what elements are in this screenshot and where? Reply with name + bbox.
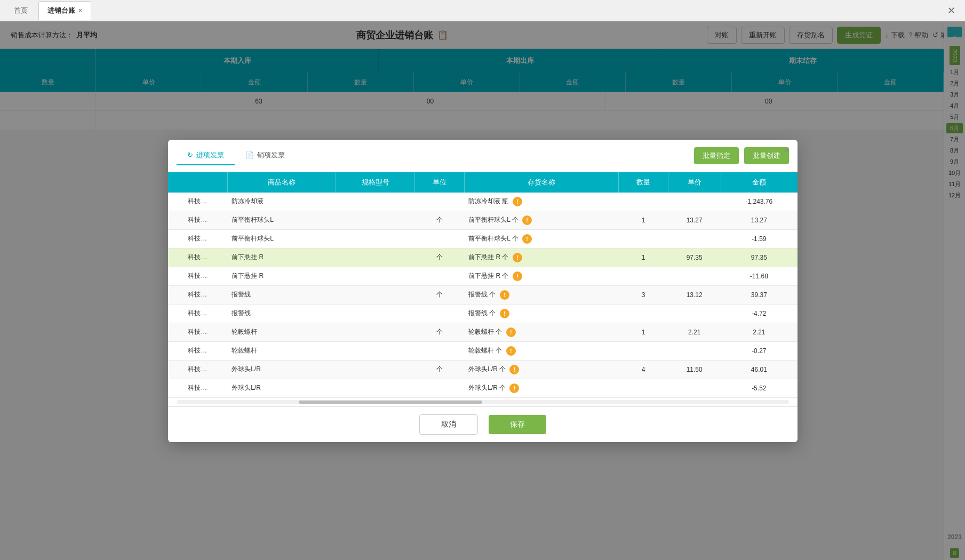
table-row: 科技… 报警线 报警线 个 ! -4.72 xyxy=(168,304,797,323)
cell-product-name: 防冻冷却液 xyxy=(227,193,336,211)
cell-company: 科技… xyxy=(168,267,228,285)
cell-spec xyxy=(336,379,415,397)
cell-qty xyxy=(619,379,668,397)
cell-product-name: 轮毂螺杆 xyxy=(227,341,336,360)
cell-unit-price xyxy=(668,304,721,323)
cell-company: 科技… xyxy=(168,193,228,211)
cell-unit-price xyxy=(668,193,721,211)
cell-unit-price: 2.21 xyxy=(668,323,721,341)
cell-unit xyxy=(415,304,464,323)
warning-icon: ! xyxy=(522,234,532,244)
cell-spec xyxy=(336,211,415,229)
cell-amount: -1.59 xyxy=(721,229,797,248)
cell-inventory-name: 轮毂螺杆 个 ! xyxy=(464,341,619,360)
cell-inventory-name: 外球头L/R 个 ! xyxy=(464,360,619,379)
cell-spec xyxy=(336,304,415,323)
cell-inventory-name: 前下悬挂 R 个 ! xyxy=(464,267,619,285)
dialog-overlay: ↻ 进项发票 📄 销项发票 批量指定 批量创建 × xyxy=(0,21,965,560)
cell-inventory-name: 前平衡杆球头L 个 ! xyxy=(464,211,619,229)
cell-unit: 个 xyxy=(415,248,464,267)
cell-amount: 39.37 xyxy=(721,285,797,304)
cell-company: 科技… xyxy=(168,211,228,229)
cell-product-name: 报警线 xyxy=(227,304,336,323)
tab-close-icon[interactable]: × xyxy=(78,7,82,14)
cell-spec xyxy=(336,267,415,285)
batch-assign-button[interactable]: 批量指定 xyxy=(694,147,739,164)
table-row: 科技… 防冻冷却液 防冻冷却液 瓶 ! -1,243.76 xyxy=(168,193,797,211)
cell-unit: 个 xyxy=(415,211,464,229)
cell-company: 科技… xyxy=(168,229,228,248)
cell-company: 科技… xyxy=(168,379,228,397)
cell-unit-price: 13.27 xyxy=(668,211,721,229)
sales-tab-icon: 📄 xyxy=(245,151,254,159)
cell-qty xyxy=(619,304,668,323)
tab-home[interactable]: 首页 xyxy=(5,1,36,20)
cell-product-name: 前平衡杆球头L xyxy=(227,211,336,229)
cell-unit-price xyxy=(668,229,721,248)
cell-company: 科技… xyxy=(168,248,228,267)
cell-unit-price: 11.50 xyxy=(668,360,721,379)
cell-qty: 1 xyxy=(619,211,668,229)
cancel-button[interactable]: 取消 xyxy=(419,414,478,435)
warning-icon: ! xyxy=(509,383,519,393)
table-header-row: 商品名称 规格型号 单位 存货名称 数量 单价 金额 xyxy=(168,172,797,193)
tab-ledger[interactable]: 进销台账 × xyxy=(38,1,91,20)
cell-product-name: 前平衡杆球头L xyxy=(227,229,336,248)
cell-amount: -0.27 xyxy=(721,341,797,360)
col-header-company xyxy=(168,172,228,193)
cell-amount: 13.27 xyxy=(721,211,797,229)
cell-unit-price xyxy=(668,267,721,285)
cell-qty: 1 xyxy=(619,248,668,267)
cell-inventory-name: 报警线 个 ! xyxy=(464,285,619,304)
table-row: 科技… 前平衡杆球头L 前平衡杆球头L 个 ! -1.59 xyxy=(168,229,797,248)
cell-company: 科技… xyxy=(168,304,228,323)
cell-amount: -11.68 xyxy=(721,267,797,285)
tab-purchase-invoice[interactable]: ↻ 进项发票 xyxy=(177,146,235,165)
table-row: 科技… 前下悬挂 R 个 前下悬挂 R 个 ! 1 97.35 97.35 xyxy=(168,248,797,267)
tab-sales-invoice[interactable]: 📄 销项发票 xyxy=(235,146,296,165)
col-header-unit: 单位 xyxy=(415,172,464,193)
cell-unit xyxy=(415,229,464,248)
cell-product-name: 前下悬挂 R xyxy=(227,248,336,267)
cell-amount: -1,243.76 xyxy=(721,193,797,211)
cell-spec xyxy=(336,193,415,211)
cell-unit: 个 xyxy=(415,323,464,341)
cell-qty xyxy=(619,193,668,211)
cell-unit-price: 97.35 xyxy=(668,248,721,267)
cell-unit-price: 13.12 xyxy=(668,285,721,304)
warning-icon: ! xyxy=(506,327,516,337)
table-row: 科技… 前平衡杆球头L 个 前平衡杆球头L 个 ! 1 13.27 13.27 xyxy=(168,211,797,229)
batch-create-button[interactable]: 批量创建 xyxy=(744,147,789,164)
cell-product-name: 轮毂螺杆 xyxy=(227,323,336,341)
cell-unit: 个 xyxy=(415,285,464,304)
cell-spec xyxy=(336,360,415,379)
cell-amount: -4.72 xyxy=(721,304,797,323)
col-header-unit-price: 单价 xyxy=(668,172,721,193)
scroll-hint[interactable] xyxy=(177,400,789,404)
cell-inventory-name: 外球头L/R 个 ! xyxy=(464,379,619,397)
dialog-close-button[interactable]: × xyxy=(784,145,790,155)
cell-product-name: 报警线 xyxy=(227,285,336,304)
warning-icon: ! xyxy=(509,365,519,374)
window-close-button[interactable]: ✕ xyxy=(943,2,960,19)
dialog-table: 商品名称 规格型号 单位 存货名称 数量 单价 金额 科技… 防冻冷却液 xyxy=(168,172,797,398)
cell-spec xyxy=(336,341,415,360)
warning-icon: ! xyxy=(513,197,522,206)
col-header-inventory-name: 存货名称 xyxy=(464,172,619,193)
main-area: 销售成本计算方法： 月平均 商贸企业进销台账 📋 对账 重新开账 存货别名 生成… xyxy=(0,21,965,560)
cell-unit xyxy=(415,267,464,285)
dialog-actions: 批量指定 批量创建 xyxy=(694,147,789,164)
cell-amount: 2.21 xyxy=(721,323,797,341)
cell-unit xyxy=(415,193,464,211)
cell-qty: 1 xyxy=(619,323,668,341)
save-button[interactable]: 保存 xyxy=(489,415,546,434)
scroll-thumb xyxy=(299,401,482,404)
cell-spec xyxy=(336,323,415,341)
cell-unit-price xyxy=(668,379,721,397)
col-header-amount: 金额 xyxy=(721,172,797,193)
cell-unit-price xyxy=(668,341,721,360)
cell-inventory-name: 防冻冷却液 瓶 ! xyxy=(464,193,619,211)
dialog-tabs: ↻ 进项发票 📄 销项发票 xyxy=(177,146,296,165)
tab-bar: 首页 进销台账 × ✕ xyxy=(0,0,965,21)
dialog-table-container[interactable]: 商品名称 规格型号 单位 存货名称 数量 单价 金额 科技… 防冻冷却液 xyxy=(168,172,797,398)
